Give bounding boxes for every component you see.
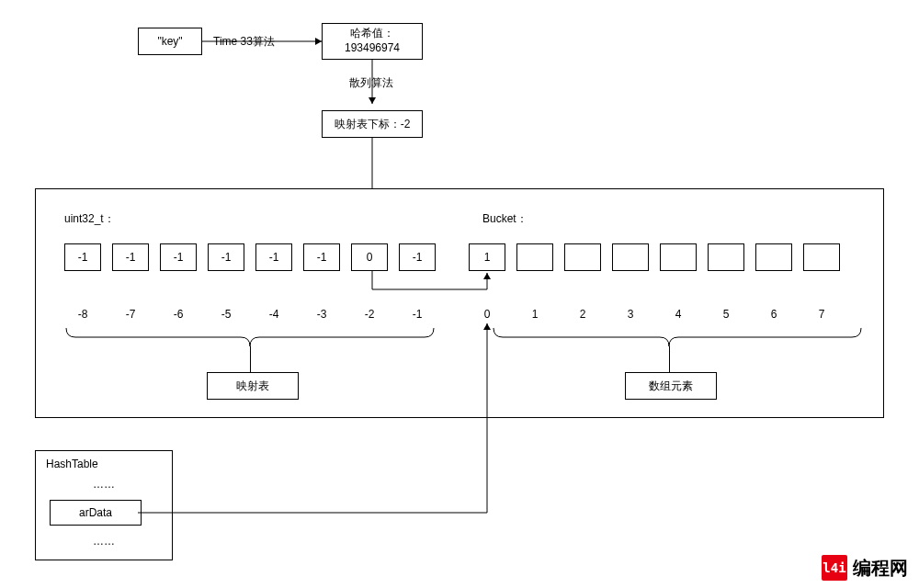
hash-value: 193496974 bbox=[345, 41, 400, 56]
arrow-ardata-to-index0 bbox=[138, 322, 496, 519]
index-label: -3 bbox=[303, 308, 340, 321]
ardata-box: arData bbox=[50, 500, 142, 526]
watermark-text: 编程网 bbox=[853, 556, 908, 581]
indices-row-right: 0 1 2 3 4 5 6 7 bbox=[469, 308, 840, 321]
index-label: -6 bbox=[160, 308, 197, 321]
indices-row: -8 -7 -6 -5 -4 -3 -2 -1 bbox=[64, 308, 436, 321]
bucket-cell bbox=[803, 243, 840, 271]
bucket-cell bbox=[660, 243, 697, 271]
map-cell: 0 bbox=[351, 243, 388, 271]
arrow-key-to-hash bbox=[202, 37, 331, 46]
brace-to-arrayelem-line bbox=[669, 346, 670, 372]
index-label: -4 bbox=[255, 308, 292, 321]
ardata-label: arData bbox=[79, 506, 112, 519]
bucket-cell bbox=[755, 243, 792, 271]
array-elem-label-box: 数组元素 bbox=[625, 372, 717, 400]
map-cell: -1 bbox=[303, 243, 340, 271]
hash-label: 哈希值： bbox=[350, 27, 394, 41]
map-cell: -1 bbox=[255, 243, 292, 271]
array-elem-label: 数组元素 bbox=[649, 379, 693, 394]
uint32-label: uint32_t： bbox=[64, 211, 115, 227]
arrow-cell-to-bucket bbox=[349, 271, 496, 299]
map-cell: -1 bbox=[208, 243, 244, 271]
map-cell: -1 bbox=[160, 243, 197, 271]
index-label: 3 bbox=[612, 308, 649, 321]
key-text: "key" bbox=[157, 35, 182, 48]
bucket-cell bbox=[708, 243, 744, 271]
bucket-cell bbox=[564, 243, 601, 271]
index-label: 0 bbox=[469, 308, 505, 321]
bucket-label: Bucket： bbox=[482, 211, 528, 227]
bucket-cell: 1 bbox=[469, 243, 505, 271]
svg-marker-6 bbox=[483, 273, 491, 279]
right-brace bbox=[492, 326, 863, 354]
index-label: 2 bbox=[564, 308, 601, 321]
map-cell: -1 bbox=[399, 243, 436, 271]
svg-marker-3 bbox=[369, 97, 376, 104]
index-label: 1 bbox=[516, 308, 553, 321]
hashtable-dots2: …… bbox=[40, 529, 167, 553]
watermark: l4i 编程网 bbox=[822, 555, 908, 581]
index-label: -2 bbox=[351, 308, 388, 321]
index-label: 5 bbox=[708, 308, 744, 321]
map-cell: -1 bbox=[112, 243, 149, 271]
arrow-hash-to-mapindex bbox=[368, 60, 377, 110]
index-label: -5 bbox=[208, 308, 244, 321]
mapindex-text: 映射表下标：-2 bbox=[335, 117, 411, 132]
map-cells-row: -1 -1 -1 -1 -1 -1 0 -1 bbox=[64, 243, 436, 271]
key-box: "key" bbox=[138, 28, 202, 55]
watermark-logo-icon: l4i bbox=[822, 555, 847, 581]
index-label: 4 bbox=[660, 308, 697, 321]
bucket-cell bbox=[516, 243, 553, 271]
bucket-cell bbox=[612, 243, 649, 271]
bucket-cells-row: 1 bbox=[469, 243, 840, 271]
map-cell: -1 bbox=[64, 243, 101, 271]
mapindex-box: 映射表下标：-2 bbox=[322, 110, 423, 138]
hash-value-box: 哈希值： 193496974 bbox=[322, 23, 423, 60]
svg-marker-1 bbox=[315, 38, 322, 45]
svg-marker-7 bbox=[483, 323, 491, 330]
index-label: -7 bbox=[112, 308, 149, 321]
index-label: 6 bbox=[755, 308, 792, 321]
index-label: -1 bbox=[399, 308, 436, 321]
index-label: 7 bbox=[803, 308, 840, 321]
index-label: -8 bbox=[64, 308, 101, 321]
